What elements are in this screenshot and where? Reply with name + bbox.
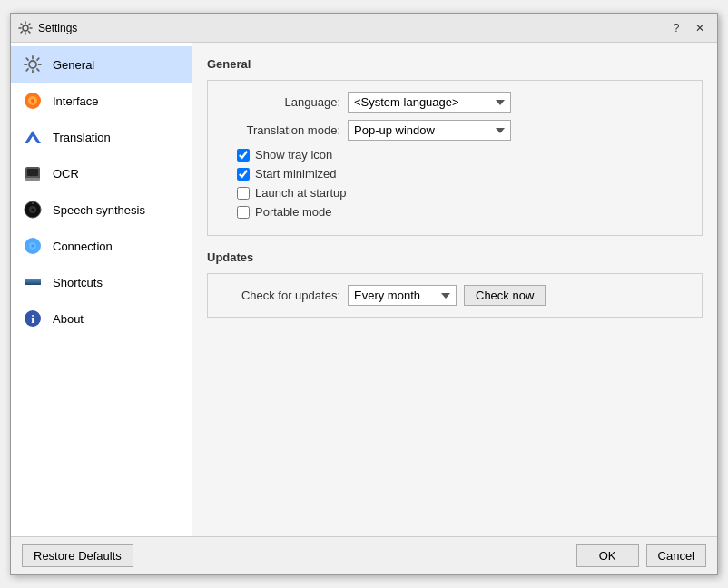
title-bar-left: Settings: [18, 21, 77, 35]
sidebar-item-about[interactable]: i About: [11, 300, 192, 337]
title-bar: Settings ? ✕: [11, 14, 717, 43]
language-select[interactable]: <System language>EnglishGermanFrench: [348, 92, 511, 113]
check-now-button[interactable]: Check now: [464, 285, 546, 306]
svg-point-12: [32, 209, 34, 211]
show-tray-icon-label[interactable]: Show tray icon: [255, 148, 332, 162]
svg-rect-8: [27, 169, 38, 176]
translation-mode-label: Translation mode:: [222, 123, 340, 137]
svg-point-4: [31, 99, 34, 103]
about-icon: i: [22, 308, 44, 329]
general-section-box: Language: <System language>EnglishGerman…: [207, 80, 703, 236]
close-button[interactable]: ✕: [690, 18, 710, 38]
bottom-right-buttons: OK Cancel: [576, 544, 706, 567]
launch-at-startup-checkbox[interactable]: [237, 187, 250, 200]
sidebar-item-connection[interactable]: Connection: [11, 228, 192, 264]
settings-title-icon: [18, 21, 33, 35]
help-button[interactable]: ?: [666, 18, 686, 38]
window-title: Settings: [38, 22, 77, 34]
start-minimized-checkbox[interactable]: [237, 168, 250, 181]
show-tray-icon-checkbox[interactable]: [237, 149, 250, 162]
settings-window: Settings ? ✕ General: [10, 13, 718, 575]
svg-point-16: [32, 245, 34, 248]
sidebar-item-ocr[interactable]: OCR: [11, 155, 192, 191]
shortcuts-icon: [22, 271, 44, 293]
general-icon: [22, 54, 44, 75]
sidebar-item-speech[interactable]: Speech synthesis: [11, 191, 192, 228]
updates-section-title: Updates: [207, 250, 703, 264]
sidebar-ocr-label: OCR: [53, 167, 79, 181]
translation-icon: [22, 126, 44, 148]
svg-point-1: [29, 61, 36, 68]
portable-mode-row: Portable mode: [222, 205, 687, 219]
restore-defaults-button[interactable]: Restore Defaults: [22, 544, 133, 567]
launch-at-startup-label[interactable]: Launch at startup: [255, 186, 346, 200]
updates-section-box: Check for updates: Every dayEvery weekEv…: [207, 273, 703, 318]
launch-startup-row: Launch at startup: [222, 186, 687, 200]
interface-icon: [22, 90, 44, 112]
svg-rect-9: [25, 178, 40, 181]
sidebar-general-label: General: [53, 58, 94, 72]
connection-icon: [22, 235, 44, 257]
cancel-button[interactable]: Cancel: [646, 544, 706, 567]
content-area: General Interface: [11, 43, 717, 536]
ocr-icon: [22, 162, 44, 184]
portable-mode-checkbox[interactable]: [237, 206, 250, 219]
sidebar-about-label: About: [53, 312, 84, 326]
sidebar-interface-label: Interface: [53, 94, 99, 108]
title-bar-controls: ? ✕: [666, 18, 710, 38]
svg-text:i: i: [31, 312, 34, 326]
sidebar-item-shortcuts[interactable]: Shortcuts: [11, 264, 192, 300]
show-tray-icon-row: Show tray icon: [222, 148, 687, 162]
sidebar-item-translation[interactable]: Translation: [11, 119, 192, 155]
sidebar-speech-label: Speech synthesis: [53, 203, 145, 217]
translation-mode-row: Translation mode: Pop-up windowInlineSid…: [222, 120, 687, 141]
portable-mode-label[interactable]: Portable mode: [255, 205, 332, 219]
svg-rect-18: [25, 279, 41, 285]
language-row: Language: <System language>EnglishGerman…: [222, 92, 687, 113]
start-minimized-row: Start minimized: [222, 167, 687, 181]
sidebar-connection-label: Connection: [53, 240, 113, 253]
language-label: Language:: [222, 95, 340, 109]
main-panel: General Language: <System language>Engli…: [192, 43, 717, 536]
sidebar-item-interface[interactable]: Interface: [11, 83, 192, 119]
sidebar: General Interface: [11, 43, 192, 536]
svg-point-0: [23, 25, 28, 31]
check-for-updates-label: Check for updates:: [222, 289, 340, 302]
speech-icon: [22, 199, 44, 220]
check-for-updates-row: Check for updates: Every dayEvery weekEv…: [222, 285, 687, 306]
ok-button[interactable]: OK: [576, 544, 639, 567]
svg-point-13: [32, 202, 34, 204]
translation-mode-select[interactable]: Pop-up windowInlineSide-by-side: [348, 120, 511, 141]
bottom-bar: Restore Defaults OK Cancel: [11, 536, 717, 574]
sidebar-translation-label: Translation: [53, 131, 111, 144]
check-frequency-select[interactable]: Every dayEvery weekEvery monthNever: [348, 285, 457, 306]
general-section-title: General: [207, 57, 703, 71]
sidebar-item-general[interactable]: General: [11, 46, 192, 83]
sidebar-shortcuts-label: Shortcuts: [53, 276, 103, 289]
start-minimized-label[interactable]: Start minimized: [255, 167, 337, 181]
